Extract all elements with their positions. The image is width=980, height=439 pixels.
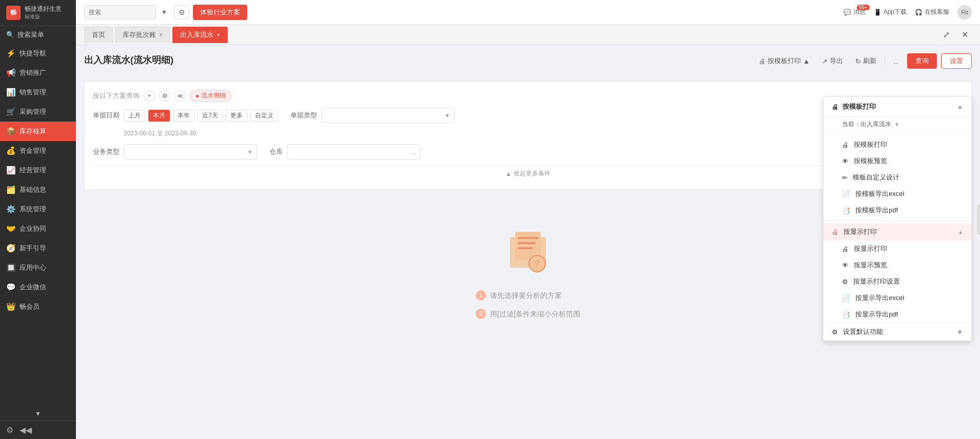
refresh-button[interactable]: ↻ 刷新 [851, 54, 880, 68]
sidebar-item-quick-nav[interactable]: ⚡ 快捷导航 [0, 44, 76, 63]
collapse-icon[interactable]: ◀◀ [19, 425, 32, 435]
business-type-select[interactable]: ▼ [124, 144, 257, 159]
online-service-button[interactable]: 🎧 在线客服 [915, 8, 949, 16]
sidebar-search-item[interactable]: 🔍 搜索菜单 [0, 26, 76, 44]
sidebar-item-finance[interactable]: 💰 资金管理 [0, 141, 76, 161]
filter-collapse-button[interactable]: ≪ [174, 90, 186, 102]
settings-button[interactable]: 设置 [941, 53, 972, 69]
template-export-excel-label: 按模板导出excel [855, 189, 904, 198]
topbar-search-input[interactable] [84, 5, 156, 19]
phone-icon: 📱 [874, 9, 881, 16]
message-badge: 99+ [857, 5, 870, 10]
toolbar: 🖨 按模板打印 ▲ ↗ 导出 ↻ 刷新 ... [755, 53, 972, 69]
user-name: Rit [961, 9, 968, 15]
user-menu-button[interactable]: Rit [957, 5, 972, 19]
industry-solution-button[interactable]: 体验行业方案 [193, 5, 247, 20]
export-label: 导出 [830, 56, 843, 66]
sidebar-item-wechat[interactable]: 💬 企业微信 [0, 277, 76, 297]
warehouse-select[interactable]: ... [287, 144, 420, 159]
export-button[interactable]: ↗ 导出 [818, 54, 847, 68]
display-print-section[interactable]: 🖨 按显示打印 ▲ [824, 223, 971, 241]
sidebar-scroll-down[interactable]: ▼ [0, 407, 76, 421]
sidebar-item-inventory[interactable]: 📦 库存核算 [0, 122, 76, 141]
sidebar-item-guide[interactable]: 🧭 新手引导 [0, 238, 76, 258]
date-custom-btn[interactable]: 自定义 [250, 110, 278, 122]
dropdown-toggle-arrow[interactable]: ▲ [957, 103, 963, 110]
app-center-icon: 🔲 [6, 263, 15, 272]
sidebar-item-app-center[interactable]: 🔲 应用中心 [0, 258, 76, 277]
chevron-up-icon: ▲ [505, 170, 512, 177]
filter-tag[interactable]: ● 流水明细 [190, 90, 231, 102]
tab-flow-close[interactable]: × [217, 31, 220, 38]
filter-tag-icon: ● [195, 92, 199, 99]
tab-home[interactable]: 首页 [84, 27, 113, 43]
template-print-button[interactable]: 🖨 按模板打印 ▲ [755, 54, 814, 68]
display-preview-item[interactable]: 👁 按显示预览 [824, 257, 971, 273]
operation-icon: 📈 [6, 166, 15, 175]
export-icon: ↗ [822, 57, 828, 65]
tabs-close-button[interactable]: ✕ [957, 28, 972, 42]
more-button[interactable]: ... [889, 55, 903, 67]
svg-rect-3 [518, 242, 536, 244]
sidebar-item-member[interactable]: 👑 畅会员 [0, 297, 76, 316]
scroll-indicator [977, 204, 980, 235]
filter-add-button[interactable]: + [144, 90, 155, 102]
page-title: 出入库流水(流水明细) [84, 54, 173, 66]
topbar-settings-button[interactable]: ⚙ [174, 5, 189, 19]
template-custom-item[interactable]: ✏ 模板自定义设计 [824, 169, 971, 186]
app-download-label: App下载 [884, 8, 907, 16]
dp-divider-1 [824, 134, 971, 134]
date-this-year-btn[interactable]: 本年 [173, 110, 194, 122]
step1-text: 请先选择要分析的方案 [490, 288, 562, 303]
step2-text: 用[过滤]条件来缩小分析范围 [490, 307, 580, 321]
set-default-button[interactable]: ⚙ 设置默认功能 ▼ [824, 323, 971, 341]
sidebar-item-system[interactable]: ⚙️ 系统管理 [0, 199, 76, 219]
template-export-pdf-item[interactable]: 📑 按模板导出pdf [824, 202, 971, 218]
tab-batch-close[interactable]: × [159, 31, 163, 38]
message-button[interactable]: 💬 消息 99+ [844, 8, 866, 16]
topbar-search-dropdown[interactable]: ▼ [158, 6, 170, 18]
display-preview-label: 按显示预览 [854, 261, 887, 270]
divider [885, 56, 885, 66]
sidebar-item-collab[interactable]: 🤝 企业协同 [0, 219, 76, 238]
display-print-settings-item[interactable]: ⚙ 按显示打印设置 [824, 273, 971, 290]
sidebar-item-label: 采购管理 [19, 107, 46, 116]
date-more-btn[interactable]: 更多 [226, 110, 247, 122]
app-download-button[interactable]: 📱 App下载 [874, 8, 907, 16]
finance-icon: 💰 [6, 146, 15, 155]
dropdown-current[interactable]: 当前：出入库流水 ▼ [824, 117, 971, 132]
sidebar-item-basic[interactable]: 🗂️ 基础信息 [0, 180, 76, 199]
display-print-item[interactable]: 🖨 按显示打印 [824, 241, 971, 257]
pdf-icon-2: 📑 [842, 311, 850, 318]
sidebar-item-label: 畅会员 [19, 302, 40, 311]
display-export-excel-item[interactable]: 📄 按显示导出excel [824, 290, 971, 306]
date-quick-group: 上月 本月 本年 近7天 更多 自定义 [124, 110, 278, 122]
sidebar-item-marketing[interactable]: 📢 营销推广 [0, 63, 76, 83]
sidebar-item-sales[interactable]: 📊 销售管理 [0, 83, 76, 102]
date-this-month-btn[interactable]: 本月 [148, 110, 170, 122]
sidebar-item-purchase[interactable]: 🛒 采购管理 [0, 102, 76, 122]
voucher-type-select[interactable]: ▼ [321, 108, 455, 123]
template-preview-item[interactable]: 👁 按模板预览 [824, 153, 971, 169]
date-last-month-btn[interactable]: 上月 [124, 110, 145, 122]
design-icon: ✏ [842, 174, 848, 182]
print-icon: 🖨 [842, 141, 849, 149]
dropdown-header: 🖨 按模板打印 ▲ [824, 97, 971, 117]
collab-icon: 🤝 [6, 224, 15, 233]
date-7days-btn[interactable]: 近7天 [198, 110, 223, 122]
display-print-label: 按显示打印 [854, 244, 887, 253]
tabs-maximize-button[interactable]: ⤢ [939, 28, 953, 42]
tab-flow[interactable]: 出入库流水 × [172, 27, 228, 43]
settings-icon[interactable]: ⚙ [6, 425, 13, 435]
tab-batch-account[interactable]: 库存批次账 × [115, 27, 170, 43]
filter-settings-button[interactable]: ⚙ [159, 90, 170, 102]
refresh-label: 刷新 [863, 56, 876, 66]
display-export-pdf-item[interactable]: 📑 按显示导出pdf [824, 306, 971, 323]
template-export-excel-item[interactable]: 📄 按模板导出excel [824, 186, 971, 202]
sidebar-item-operation[interactable]: 📈 经营管理 [0, 161, 76, 180]
filter-voucher-type-item: 单据类型 ▼ [290, 108, 455, 123]
template-print-item[interactable]: 🖨 按模板打印 [824, 136, 971, 153]
template-export-pdf-label: 按模板导出pdf [855, 206, 898, 215]
svg-text:?: ? [535, 260, 539, 268]
query-button[interactable]: 查询 [907, 53, 937, 69]
